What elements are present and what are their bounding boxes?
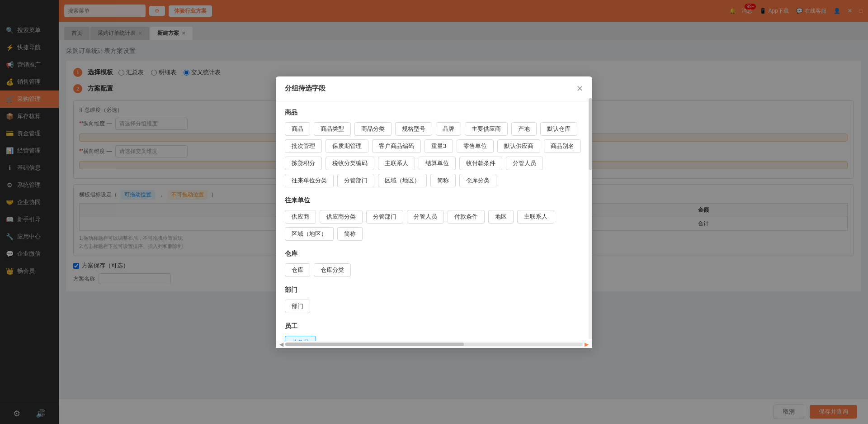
scroll-left-arrow[interactable]: ◀	[279, 341, 283, 348]
scroll-right-arrow[interactable]: ▶	[585, 341, 589, 348]
field-region[interactable]: 区域（地区）	[378, 174, 427, 187]
vertical-scrollbar-track[interactable]	[589, 98, 592, 339]
modal-title: 分组待选字段	[285, 84, 326, 93]
field-main-contact-partner[interactable]: 主联系人	[517, 210, 554, 224]
section-warehouse: 仓库 仓库 仓库分类	[285, 250, 583, 277]
field-dept[interactable]: 分管部门	[337, 174, 374, 187]
section-employee-title: 员工	[285, 322, 583, 330]
field-department[interactable]: 部门	[285, 300, 310, 313]
field-partner-region[interactable]: 区域（地区）	[285, 227, 334, 241]
field-tax-code[interactable]: 税收分类编码	[326, 157, 374, 170]
field-area[interactable]: 地区	[488, 210, 514, 224]
field-partner-dept[interactable]: 分管部门	[366, 210, 403, 224]
section-employee-fields: 业务员	[285, 336, 583, 341]
vertical-scrollbar-thumb	[589, 98, 592, 171]
field-partner-short[interactable]: 简称	[337, 227, 363, 241]
field-settlement-unit[interactable]: 结算单位	[419, 157, 456, 170]
section-product-fields: 商品 商品类型 商品分类 规格型号 品牌 主要供应商 产地 默认仓库 批次管理 …	[285, 122, 583, 187]
field-main-supplier[interactable]: 主要供应商	[465, 122, 508, 136]
field-batch-mgmt[interactable]: 批次管理	[285, 139, 322, 153]
field-origin[interactable]: 产地	[511, 122, 537, 136]
field-payment-terms[interactable]: 收付款条件	[459, 157, 502, 170]
field-salesperson[interactable]: 业务员	[285, 336, 316, 341]
modal-overlay: 分组待选字段 ✕ 商品 商品 商品类型 商品分类 规格型号 品牌 主要供应商 产…	[0, 0, 868, 424]
section-department: 部门 部门	[285, 286, 583, 313]
field-product[interactable]: 商品	[285, 122, 310, 136]
field-retail-unit[interactable]: 零售单位	[457, 139, 494, 153]
horizontal-scrollbar-thumb	[285, 343, 464, 346]
modal-body: 商品 商品 商品类型 商品分类 规格型号 品牌 主要供应商 产地 默认仓库 批次…	[276, 101, 592, 341]
field-alias[interactable]: 商品别名	[544, 139, 581, 153]
section-partner: 往来单位 供应商 供应商分类 分管部门 分管人员 付款条件 地区 主联系人 区域…	[285, 196, 583, 241]
field-warehouse-category[interactable]: 仓库分类	[459, 174, 496, 187]
section-partner-fields: 供应商 供应商分类 分管部门 分管人员 付款条件 地区 主联系人 区域（地区） …	[285, 210, 583, 241]
modal-scrollbar-area: ◀ ▶	[276, 341, 592, 348]
field-weight3[interactable]: 重量3	[425, 139, 453, 153]
field-default-supplier[interactable]: 默认供应商	[497, 139, 540, 153]
field-main-contact[interactable]: 主联系人	[378, 157, 415, 170]
horizontal-scrollbar-track[interactable]	[285, 343, 583, 346]
section-department-fields: 部门	[285, 300, 583, 313]
field-short-name[interactable]: 简称	[430, 174, 456, 187]
field-supplier-category[interactable]: 供应商分类	[320, 210, 363, 224]
modal-header: 分组待选字段 ✕	[276, 76, 592, 101]
field-brand[interactable]: 品牌	[436, 122, 461, 136]
field-supplier[interactable]: 供应商	[285, 210, 316, 224]
section-partner-title: 往来单位	[285, 196, 583, 205]
field-default-warehouse[interactable]: 默认仓库	[540, 122, 577, 136]
field-pick-points[interactable]: 拣货积分	[285, 157, 322, 170]
field-warehouse[interactable]: 仓库	[285, 263, 310, 277]
field-payment-condition[interactable]: 付款条件	[448, 210, 485, 224]
section-warehouse-fields: 仓库 仓库分类	[285, 263, 583, 277]
field-select-modal: 分组待选字段 ✕ 商品 商品 商品类型 商品分类 规格型号 品牌 主要供应商 产…	[276, 76, 592, 348]
field-product-type[interactable]: 商品类型	[314, 122, 351, 136]
field-customer-code[interactable]: 客户商品编码	[372, 139, 421, 153]
section-warehouse-title: 仓库	[285, 250, 583, 258]
field-shelf-life[interactable]: 保质期管理	[326, 139, 368, 153]
section-product: 商品 商品 商品类型 商品分类 规格型号 品牌 主要供应商 产地 默认仓库 批次…	[285, 109, 583, 187]
field-warehouse-cat[interactable]: 仓库分类	[314, 263, 351, 277]
field-supervisor[interactable]: 分管人员	[506, 157, 543, 170]
section-employee: 员工 业务员	[285, 322, 583, 341]
field-product-category[interactable]: 商品分类	[354, 122, 392, 136]
modal-close-button[interactable]: ✕	[576, 84, 583, 94]
field-partner-category[interactable]: 往来单位分类	[285, 174, 334, 187]
section-product-title: 商品	[285, 109, 583, 117]
field-spec[interactable]: 规格型号	[395, 122, 432, 136]
field-partner-supervisor[interactable]: 分管人员	[407, 210, 444, 224]
section-department-title: 部门	[285, 286, 583, 294]
